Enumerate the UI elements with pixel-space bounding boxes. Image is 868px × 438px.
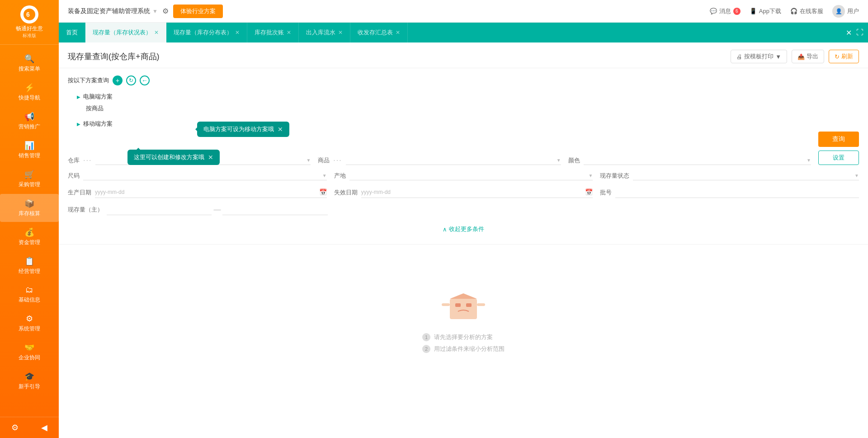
operations-icon: 📋 xyxy=(24,256,34,266)
tab-close-all-button[interactable]: ✕ xyxy=(846,28,852,37)
tab-close-icon[interactable]: ✕ xyxy=(154,29,159,36)
stock-status-dropdown-icon: ▼ xyxy=(854,173,859,178)
origin-select[interactable]: ▼ xyxy=(349,171,593,180)
export-button[interactable]: 📤 导出 xyxy=(792,50,824,63)
search-button[interactable]: 查询 xyxy=(818,132,859,147)
tab-in-out-flow[interactable]: 出入库流水 ✕ xyxy=(299,23,350,42)
tab-inventory-status[interactable]: 现存量（库存状况表） ✕ xyxy=(85,23,166,42)
finance-icon: 💰 xyxy=(24,227,34,237)
user-menu-button[interactable]: 👤 用户 xyxy=(832,5,859,18)
collapse-label: 收起更多条件 xyxy=(449,225,484,233)
inventory-icon: 📦 xyxy=(24,198,34,208)
product-select[interactable]: ▼ xyxy=(346,156,561,165)
tab-inventory-dist[interactable]: 现存量（库存分布表） ✕ xyxy=(166,23,247,42)
filter-product: 商品 ··· ▼ xyxy=(318,156,561,165)
filter-color: 颜色 ▼ xyxy=(568,156,811,165)
sidebar-item-sales[interactable]: 📊 销售管理 xyxy=(0,136,59,164)
desktop-scheme-item[interactable]: ▶ 电脑端方案 xyxy=(77,91,859,103)
page-header: 现存量查询(按仓库+商品) 🖨 按模板打印 ▼ 📤 导出 ↻ 刷新 xyxy=(59,42,868,68)
warehouse-dots: ··· xyxy=(83,156,92,165)
sidebar-item-enterprise[interactable]: 🤝 企业协同 xyxy=(0,338,59,366)
product-scheme-item[interactable]: 按商品 xyxy=(86,103,859,114)
prod-date-input[interactable]: yyyy-mm-dd 📅 xyxy=(95,187,327,198)
template-print-button[interactable]: 🖨 按模板打印 ▼ xyxy=(731,50,787,63)
filter-back-button[interactable]: ← xyxy=(140,75,150,85)
product-scheme-label: 按商品 xyxy=(86,104,104,113)
system-title-dropdown[interactable]: 装备及固定资产辅助管理系统 ▼ xyxy=(68,7,158,15)
mobile-scheme-arrow-icon: ▶ xyxy=(77,122,80,127)
tooltip1-close-button[interactable]: ✕ xyxy=(278,126,283,133)
sidebar-item-operations[interactable]: 📋 经营管理 xyxy=(0,252,59,280)
sidebar-settings-button[interactable]: ⚙ xyxy=(11,423,19,433)
online-service-label: 在线客服 xyxy=(800,7,823,15)
refresh-button[interactable]: ↻ 刷新 xyxy=(829,50,859,63)
sidebar-item-marketing[interactable]: 📢 营销推广 xyxy=(0,107,59,135)
filter-batch-no: 批号 xyxy=(600,187,859,198)
tab-close-icon[interactable]: ✕ xyxy=(338,29,343,36)
app-name: 畅通好生意 xyxy=(16,25,43,33)
sidebar-item-basic-info[interactable]: 🗂 基础信息 xyxy=(0,281,59,308)
gear-settings-icon[interactable]: ⚙ xyxy=(162,7,169,15)
tab-shipment-summary[interactable]: 收发存汇总表 ✕ xyxy=(350,23,408,42)
stock-qty-label: 现存量（主） xyxy=(68,206,103,214)
empty-illustration xyxy=(436,281,491,326)
message-button[interactable]: 💬 消息 6 xyxy=(710,7,741,15)
app-logo-icon: 6 xyxy=(20,5,38,24)
header-left: 装备及固定资产辅助管理系统 ▼ ⚙ 体验行业方案 xyxy=(68,5,223,18)
headset-icon: 🎧 xyxy=(790,8,797,14)
empty-step-2: 2 用过滤条件来缩小分析范围 xyxy=(422,345,505,353)
tab-batch-ledger[interactable]: 库存批次账 ✕ xyxy=(247,23,299,42)
warehouse-dropdown-icon: ▼ xyxy=(306,158,311,163)
filter-section: 按以下方案查询 + ↻ ← ▶ 电脑端方案 按商品 xyxy=(59,68,868,244)
filter-refresh-button[interactable]: ↻ xyxy=(126,75,136,85)
setting-button[interactable]: 设置 xyxy=(818,151,859,165)
filter-header-label: 按以下方案查询 xyxy=(68,76,109,85)
stock-status-label: 现存量状态 xyxy=(600,172,629,180)
sidebar-item-label: 销售管理 xyxy=(19,152,40,160)
trial-button[interactable]: 体验行业方案 xyxy=(173,5,223,18)
sidebar-item-label: 资金管理 xyxy=(19,239,40,246)
online-service-button[interactable]: 🎧 在线客服 xyxy=(790,7,823,15)
sidebar-collapse-button[interactable]: ◀ xyxy=(41,423,47,433)
sidebar-item-quick-nav[interactable]: ⚡ 快捷导航 xyxy=(0,78,59,106)
tab-close-icon[interactable]: ✕ xyxy=(396,29,400,36)
filter-expiry-date: 失效日期 yyyy-mm-dd 📅 xyxy=(334,187,593,198)
color-select[interactable]: ▼ xyxy=(584,156,811,165)
svg-text:6: 6 xyxy=(26,11,30,18)
tab-home[interactable]: 首页 xyxy=(59,23,85,42)
sidebar-item-newbie[interactable]: 🎓 新手引导 xyxy=(0,367,59,395)
size-select[interactable]: ▼ xyxy=(83,171,327,180)
batch-no-input[interactable] xyxy=(615,187,859,198)
collapse-more-button[interactable]: ∧ 收起更多条件 xyxy=(68,221,859,237)
empty-steps: 1 请先选择要分析的方案 2 用过滤条件来缩小分析范围 xyxy=(422,333,505,357)
sidebar-item-purchase[interactable]: 🛒 采购管理 xyxy=(0,165,59,193)
stock-qty-min-input[interactable] xyxy=(107,204,212,215)
sidebar-item-search-menu[interactable]: 🔍 搜索菜单 xyxy=(0,49,59,77)
user-avatar: 👤 xyxy=(832,5,845,18)
sidebar-item-label: 新手引导 xyxy=(19,383,40,391)
page-container: 现存量查询(按仓库+商品) 🖨 按模板打印 ▼ 📤 导出 ↻ 刷新 xyxy=(59,42,868,438)
step-2-text: 用过滤条件来缩小分析范围 xyxy=(434,345,505,353)
sidebar-item-label: 库存核算 xyxy=(19,210,40,217)
tab-close-icon[interactable]: ✕ xyxy=(235,29,240,36)
tab-inventory-dist-label: 现存量（库存分布表） xyxy=(174,28,232,37)
tab-expand-button[interactable]: ⛶ xyxy=(856,28,863,37)
sidebar-item-system[interactable]: ⚙ 系统管理 xyxy=(0,309,59,337)
filter-row-4: 现存量（主） — xyxy=(68,204,859,215)
filter-size: 尺码 ▼ xyxy=(68,171,327,180)
tab-inventory-status-label: 现存量（库存状况表） xyxy=(93,28,151,37)
sidebar-logo: 6 畅通好生意 标准版 xyxy=(0,0,59,45)
tab-batch-ledger-label: 库存批次账 xyxy=(255,28,284,37)
tooltip2-close-button[interactable]: ✕ xyxy=(208,154,213,161)
sidebar-item-inventory[interactable]: 📦 库存核算 xyxy=(0,194,59,222)
expiry-date-input[interactable]: yyyy-mm-dd 📅 xyxy=(361,187,593,198)
tab-close-icon[interactable]: ✕ xyxy=(287,29,291,36)
desktop-sub-item[interactable]: 按商品 xyxy=(86,103,859,114)
step-1-text: 请先选择要分析的方案 xyxy=(434,333,493,341)
size-dropdown-icon: ▼ xyxy=(322,173,327,178)
filter-add-button[interactable]: + xyxy=(113,75,123,85)
sidebar-item-finance[interactable]: 💰 资金管理 xyxy=(0,223,59,251)
stock-status-select[interactable]: ▼ xyxy=(633,171,859,180)
app-download-button[interactable]: 📱 App下载 xyxy=(750,7,781,15)
stock-qty-max-input[interactable] xyxy=(222,204,327,215)
